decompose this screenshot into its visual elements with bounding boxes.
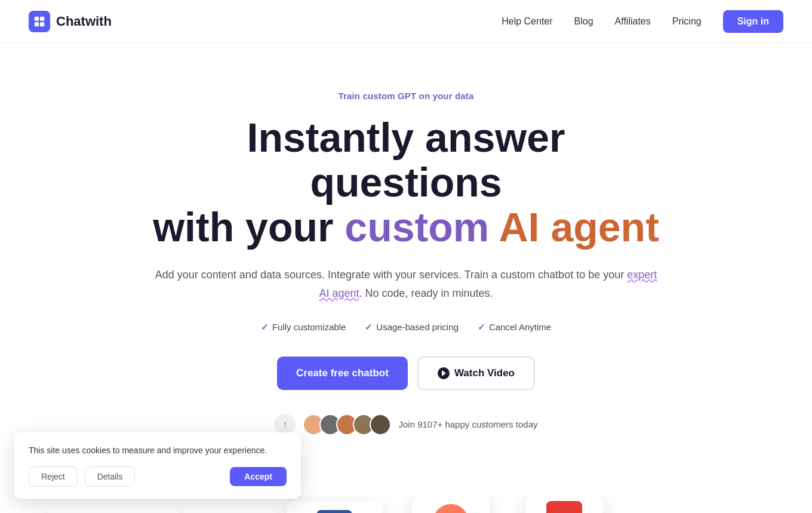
feature-item-3: ✓ Cancel Anytime bbox=[478, 322, 551, 333]
sign-in-button[interactable]: Sign in bbox=[723, 10, 783, 33]
nav-help-center[interactable]: Help Center bbox=[502, 16, 552, 27]
cta-buttons: Create free chatbot Watch Video bbox=[152, 357, 660, 390]
hubspot-card bbox=[412, 495, 490, 513]
hero-title-custom: custom bbox=[345, 204, 489, 250]
hero-title-prefix: with your bbox=[153, 204, 345, 250]
watch-video-label: Watch Video bbox=[454, 367, 515, 379]
hubspot-logo bbox=[433, 504, 469, 513]
svg-rect-2 bbox=[35, 21, 39, 26]
nav-affiliates[interactable]: Affiliates bbox=[615, 16, 651, 27]
hero-subtitle: Add your content and data sources. Integ… bbox=[152, 266, 660, 302]
svg-point-4 bbox=[440, 511, 462, 513]
play-icon bbox=[438, 367, 450, 379]
cookie-reject-button[interactable]: Reject bbox=[29, 466, 78, 487]
brand-name: Chatwith bbox=[56, 14, 112, 29]
nav-pricing[interactable]: Pricing bbox=[672, 16, 702, 27]
cookie-buttons: Reject Details Accept bbox=[29, 466, 287, 487]
word-card: W bbox=[287, 501, 382, 513]
check-icon-3: ✓ bbox=[478, 322, 485, 333]
main-ui-card: customize your chatbot to match your bbox=[48, 507, 179, 513]
nav-blog[interactable]: Blog bbox=[574, 16, 593, 27]
check-icon-2: ✓ bbox=[365, 322, 373, 333]
hero-tagline: Train custom GPT on your data bbox=[152, 91, 660, 101]
svg-rect-0 bbox=[35, 16, 39, 20]
hero-title-agent: agent bbox=[550, 204, 659, 250]
feature-label-1: Fully customizable bbox=[272, 322, 346, 332]
cookie-banner: This site uses cookies to measure and im… bbox=[14, 432, 301, 499]
hero-title-ai: AI bbox=[499, 204, 540, 250]
pdf-card: PDF bbox=[525, 495, 603, 513]
avatar-5 bbox=[370, 414, 391, 435]
svg-rect-1 bbox=[40, 16, 44, 20]
subtitle-part2: . No code, ready in minutes. bbox=[359, 287, 493, 299]
feature-label-2: Usage-based pricing bbox=[376, 322, 459, 332]
hero-section: Train custom GPT on your data Instantly … bbox=[137, 43, 675, 495]
cookie-details-button[interactable]: Details bbox=[85, 466, 136, 487]
navbar: Chatwith Help Center Blog Affiliates Pri… bbox=[0, 0, 812, 43]
svg-rect-3 bbox=[40, 21, 44, 26]
feature-item-2: ✓ Usage-based pricing bbox=[365, 322, 459, 333]
logo-icon bbox=[29, 11, 50, 32]
hero-title: Instantly answer questions with your cus… bbox=[152, 115, 660, 249]
nav-links: Help Center Blog Affiliates Pricing Sign… bbox=[502, 10, 783, 33]
create-chatbot-button[interactable]: Create free chatbot bbox=[277, 357, 408, 390]
feature-item-1: ✓ Fully customizable bbox=[261, 322, 346, 333]
hero-title-line1: Instantly answer questions bbox=[247, 115, 565, 205]
cookie-accept-button[interactable]: Accept bbox=[230, 467, 287, 486]
cookie-message: This site uses cookies to measure and im… bbox=[29, 444, 287, 457]
check-icon-1: ✓ bbox=[261, 322, 269, 333]
social-proof-text: Join 9107+ happy customers today bbox=[398, 419, 537, 429]
hero-features: ✓ Fully customizable ✓ Usage-based prici… bbox=[152, 322, 660, 333]
watch-video-button[interactable]: Watch Video bbox=[417, 357, 535, 390]
feature-label-3: Cancel Anytime bbox=[489, 322, 551, 332]
logo-svg bbox=[33, 15, 46, 28]
pdf-logo: PDF bbox=[546, 501, 582, 513]
avatar-group bbox=[303, 414, 391, 435]
hubspot-svg bbox=[440, 511, 462, 513]
subtitle-part1: Add your content and data sources. Integ… bbox=[155, 269, 627, 281]
logo-link[interactable]: Chatwith bbox=[29, 11, 112, 32]
word-logo: W bbox=[316, 510, 352, 513]
